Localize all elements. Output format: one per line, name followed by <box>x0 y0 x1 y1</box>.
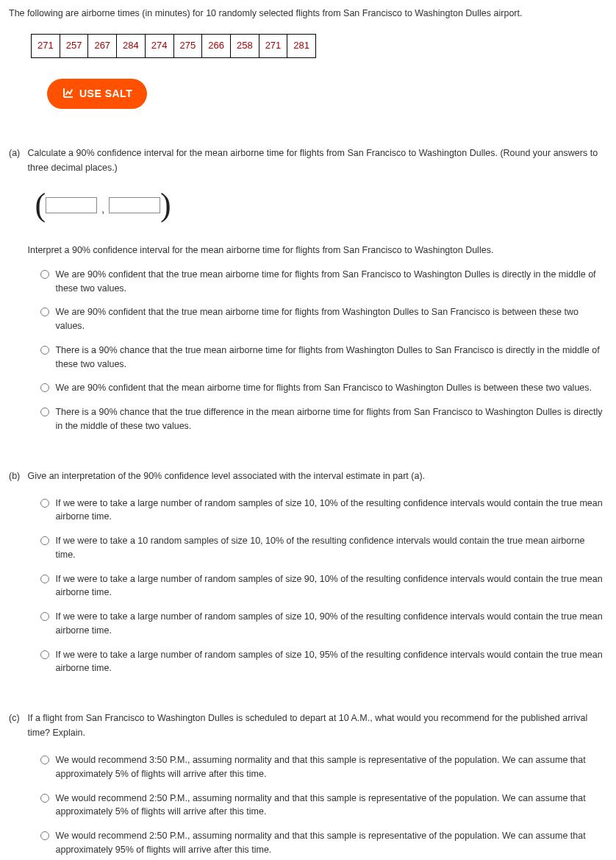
option-row: We would recommend 2:50 P.M., assuming n… <box>40 792 605 820</box>
option-label: If we were to take a 10 random samples o… <box>55 534 605 562</box>
data-cell: 281 <box>287 35 316 58</box>
option-row: If we were to take a large number of ran… <box>40 572 605 600</box>
data-cell: 271 <box>259 35 287 58</box>
radio-a-1[interactable] <box>40 270 49 279</box>
radio-b-1[interactable] <box>40 499 49 508</box>
part-b-label: (b) <box>9 469 25 483</box>
ci-upper-input[interactable] <box>109 197 160 213</box>
option-row: If we were to take a 10 random samples o… <box>40 534 605 562</box>
part-a-label: (a) <box>9 146 25 160</box>
option-label: If we were to take a large number of ran… <box>55 497 605 525</box>
data-cell: 271 <box>32 35 60 58</box>
part-b-question: Give an interpretation of the 90% confid… <box>27 469 605 483</box>
option-label: There is a 90% chance that the true diff… <box>55 405 605 433</box>
radio-a-5[interactable] <box>40 408 49 416</box>
data-cell: 257 <box>60 35 88 58</box>
option-row: We are 90% confident that the mean airbo… <box>40 381 605 395</box>
intro-text: The following are airborne times (in min… <box>9 6 607 21</box>
option-row: We are 90% confident that the true mean … <box>40 305 605 333</box>
option-row: We would recommend 3:50 P.M., assuming n… <box>40 753 605 781</box>
radio-b-4[interactable] <box>40 612 49 621</box>
radio-a-4[interactable] <box>40 383 49 392</box>
option-row: There is a 90% chance that the true diff… <box>40 405 605 433</box>
part-a-options: We are 90% confident that the true mean … <box>40 268 605 433</box>
part-c-options: We would recommend 3:50 P.M., assuming n… <box>40 753 605 860</box>
confidence-interval-inputs: ( , ) <box>35 188 605 222</box>
option-label: We are 90% confident that the true mean … <box>55 268 605 296</box>
option-label: If we were to take a large number of ran… <box>55 610 605 638</box>
radio-a-2[interactable] <box>40 308 49 316</box>
radio-b-2[interactable] <box>40 536 49 545</box>
option-row: There is a 90% chance that the true mean… <box>40 344 605 372</box>
data-cell: 274 <box>145 35 173 58</box>
option-row: We are 90% confident that the true mean … <box>40 268 605 296</box>
radio-b-3[interactable] <box>40 575 49 583</box>
option-label: We would recommend 2:50 P.M., assuming n… <box>55 792 605 820</box>
part-b-options: If we were to take a large number of ran… <box>40 497 605 676</box>
data-table: 271 257 267 284 274 275 266 258 271 281 <box>31 34 316 58</box>
radio-c-3[interactable] <box>40 831 49 840</box>
use-salt-label: USE SALT <box>79 88 132 99</box>
data-cell: 258 <box>230 35 259 58</box>
option-label: We are 90% confident that the mean airbo… <box>55 381 605 395</box>
ci-comma: , <box>101 201 104 221</box>
data-cell: 267 <box>88 35 117 58</box>
option-label: We are 90% confident that the true mean … <box>55 305 605 333</box>
option-label: We would recommend 3:50 P.M., assuming n… <box>55 753 605 781</box>
radio-a-3[interactable] <box>40 346 49 355</box>
part-b: (b) Give an interpretation of the 90% co… <box>9 469 607 686</box>
option-label: If we were to take a large number of ran… <box>55 648 605 676</box>
part-a-question: Calculate a 90% confidence interval for … <box>27 146 605 175</box>
option-row: If we were to take a large number of ran… <box>40 497 605 525</box>
part-a: (a) Calculate a 90% confidence interval … <box>9 146 607 444</box>
open-paren: ( <box>35 189 46 221</box>
part-c-question: If a flight from San Francisco to Washin… <box>27 711 605 740</box>
part-a-interpret-prompt: Interpret a 90% confidence interval for … <box>27 243 605 257</box>
option-label: We would recommend 2:50 P.M., assuming n… <box>55 829 605 857</box>
radio-c-2[interactable] <box>40 794 49 803</box>
data-cell: 266 <box>202 35 231 58</box>
option-row: We would recommend 2:50 P.M., assuming n… <box>40 829 605 857</box>
part-c: (c) If a flight from San Francisco to Wa… <box>9 711 607 860</box>
chart-icon <box>62 86 75 102</box>
use-salt-button[interactable]: USE SALT <box>47 79 147 109</box>
radio-c-1[interactable] <box>40 756 49 764</box>
option-label: There is a 90% chance that the true mean… <box>55 344 605 372</box>
data-cell: 275 <box>173 35 202 58</box>
radio-b-5[interactable] <box>40 650 49 659</box>
data-row: 271 257 267 284 274 275 266 258 271 281 <box>32 35 316 58</box>
part-c-label: (c) <box>9 711 25 725</box>
option-label: If we were to take a large number of ran… <box>55 572 605 600</box>
close-paren: ) <box>160 189 171 221</box>
option-row: If we were to take a large number of ran… <box>40 648 605 676</box>
option-row: If we were to take a large number of ran… <box>40 610 605 638</box>
data-cell: 284 <box>117 35 146 58</box>
ci-lower-input[interactable] <box>46 197 97 213</box>
